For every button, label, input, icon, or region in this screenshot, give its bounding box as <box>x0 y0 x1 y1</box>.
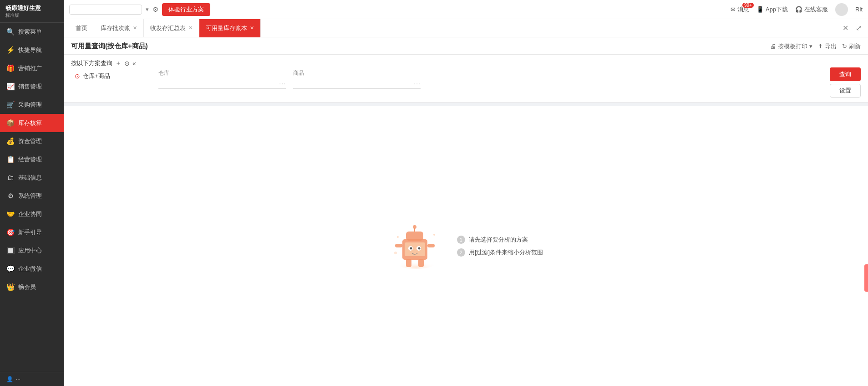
topbar-right: ✉ 消息 99+ 📱 App下载 🎧 在线客服 Rit <box>731 3 863 16</box>
tip-num-2: 2 <box>457 248 465 257</box>
goods-label: 商品 <box>293 69 421 77</box>
sidebar-label-sales: 销售管理 <box>18 82 42 91</box>
print-dropdown-icon[interactable]: ▾ <box>809 43 812 50</box>
sidebar-item-newbie[interactable]: 🎯 新手引导 <box>0 223 64 242</box>
warehouse-input[interactable] <box>158 80 277 87</box>
message-icon: ✉ <box>731 6 736 13</box>
username[interactable]: Rit <box>855 6 863 13</box>
empty-tip-1: 1 请先选择要分析的方案 <box>457 236 543 244</box>
page-header: 可用量查询(按仓库+商品) 🖨 按模板打印 ▾ ⬆ 导出 ↻ 刷新 <box>64 37 868 55</box>
goods-input[interactable] <box>293 80 412 87</box>
sidebar-label-enterprise: 企业协同 <box>18 210 42 218</box>
svg-rect-9 <box>406 259 411 267</box>
message-btn[interactable]: ✉ 消息 99+ <box>731 5 749 14</box>
topbar-search-box[interactable] <box>69 5 142 15</box>
scheme-item-warehouse-goods[interactable]: ⊙ 仓库+商品 <box>71 70 153 82</box>
export-btn[interactable]: ⬆ 导出 <box>818 42 837 51</box>
warehouse-label: 仓库 <box>158 69 286 77</box>
tab-batch-account[interactable]: 库存批次账 ✕ <box>94 19 144 37</box>
print-label: 按模板打印 <box>778 42 807 51</box>
sidebar-label-wechat: 企业微信 <box>18 265 42 273</box>
settings-btn[interactable]: 设置 <box>830 84 861 98</box>
cart-icon: 🛒 <box>6 101 15 109</box>
handshake-icon: 🤝 <box>6 210 15 218</box>
sidebar-label-search: 搜索菜单 <box>18 28 42 36</box>
sidebar-item-marketing[interactable]: 🎁 营销推广 <box>0 59 64 77</box>
svg-point-6 <box>418 247 420 250</box>
topbar-gear-btn[interactable]: ⚙ <box>152 5 158 14</box>
sidebar-item-wechat[interactable]: 💬 企业微信 <box>0 260 64 278</box>
message-badge: 99+ <box>742 3 754 8</box>
tab-available-ledger[interactable]: 可用量库存账本 ✕ <box>199 19 261 37</box>
goods-field: 商品 ··· <box>293 69 421 89</box>
sidebar-item-inventory[interactable]: 📦 库存核算 <box>0 114 64 132</box>
sidebar-bottom-label: ··· <box>16 376 20 382</box>
sidebar-item-system[interactable]: ⚙ 系统管理 <box>0 187 64 205</box>
filter-scheme-panel: 按以下方案查询 ＋ ⊙ « ⊙ 仓库+商品 <box>71 59 153 82</box>
svg-rect-11 <box>406 232 423 241</box>
tabbar-end: ✕ ⤢ <box>840 23 868 33</box>
topbar-dropdown-btn[interactable]: ▾ <box>146 6 149 13</box>
scheme-collapse-btn[interactable]: « <box>132 60 136 67</box>
svg-point-5 <box>410 247 412 250</box>
tab-home[interactable]: 首页 <box>69 19 94 37</box>
scheme-add-btn[interactable]: ＋ <box>115 59 122 67</box>
chat-icon: 💬 <box>6 265 15 273</box>
refresh-btn[interactable]: ↻ 刷新 <box>842 42 861 51</box>
sidebar-item-search[interactable]: 🔍 搜索菜单 <box>0 23 64 41</box>
svg-point-14 <box>397 236 399 238</box>
online-service-btn[interactable]: 🎧 在线客服 <box>795 5 828 14</box>
topbar: ▾ ⚙ 体验行业方案 ✉ 消息 99+ 📱 App下载 🎧 在线客服 Rit <box>64 0 868 19</box>
tabbar-close-btn[interactable]: ✕ <box>840 23 851 33</box>
sidebar-item-enterprise[interactable]: 🤝 企业协同 <box>0 205 64 223</box>
query-btn[interactable]: 查询 <box>830 67 861 81</box>
sidebar-bottom[interactable]: 👤 ··· <box>0 372 64 386</box>
right-scroll-indicator <box>864 264 868 292</box>
sidebar-item-basic[interactable]: 🗂 基础信息 <box>0 169 64 187</box>
svg-point-15 <box>433 234 435 236</box>
tab-batch-label: 库存批次账 <box>101 24 130 32</box>
lightning-icon: ⚡ <box>6 46 15 54</box>
tab-receive-close[interactable]: ✕ <box>188 26 193 31</box>
empty-tips: 1 请先选择要分析的方案 2 用[过滤]条件来缩小分析范围 <box>457 236 543 257</box>
sidebar-menu: 🔍 搜索菜单 ⚡ 快捷导航 🎁 营销推广 📈 销售管理 🛒 采购管理 📦 库存核… <box>0 23 64 372</box>
sidebar-item-purchase[interactable]: 🛒 采购管理 <box>0 96 64 114</box>
tab-batch-close[interactable]: ✕ <box>133 26 137 31</box>
warehouse-more-btn[interactable]: ··· <box>279 80 286 87</box>
tabbar: 首页 库存批次账 ✕ 收发存汇总表 ✕ 可用量库存账本 ✕ ✕ ⤢ <box>64 19 868 37</box>
print-btn[interactable]: 🖨 按模板打印 ▾ <box>770 42 812 51</box>
app-name: 畅康通好生意 <box>5 5 58 12</box>
trial-btn[interactable]: 体验行业方案 <box>162 3 210 16</box>
user-icon: 👤 <box>6 376 13 382</box>
headset-icon: 🎧 <box>795 6 802 13</box>
tab-available-close[interactable]: ✕ <box>250 26 254 31</box>
goods-more-btn[interactable]: ··· <box>414 80 421 87</box>
sidebar-label-basic: 基础信息 <box>18 174 42 182</box>
svg-rect-7 <box>395 244 402 247</box>
page-header-actions: 🖨 按模板打印 ▾ ⬆ 导出 ↻ 刷新 <box>770 42 861 51</box>
app-download-btn[interactable]: 📱 App下载 <box>756 5 788 14</box>
scheme-settings-btn[interactable]: ⊙ <box>124 60 130 67</box>
sidebar-label-appcenter: 应用中心 <box>18 247 42 255</box>
tab-receive-summary[interactable]: 收发存汇总表 ✕ <box>144 19 199 37</box>
sidebar-item-finance[interactable]: 💰 资金管理 <box>0 132 64 150</box>
apps-icon: 🔲 <box>6 247 15 255</box>
sidebar-item-member[interactable]: 👑 畅会员 <box>0 278 64 296</box>
sidebar-label-shortcut: 快捷导航 <box>18 46 42 54</box>
topbar-search-input[interactable] <box>73 6 128 13</box>
sidebar-label-finance: 资金管理 <box>18 137 42 145</box>
sidebar-item-operation[interactable]: 📋 经营管理 <box>0 150 64 169</box>
sidebar-label-newbie: 新手引导 <box>18 228 42 237</box>
filter-scheme-header: 按以下方案查询 ＋ ⊙ « <box>71 59 153 67</box>
tip-text-2: 用[过滤]条件来缩小分析范围 <box>469 248 543 257</box>
tab-receive-label: 收发存汇总表 <box>150 24 186 32</box>
sidebar-item-appcenter[interactable]: 🔲 应用中心 <box>0 242 64 260</box>
filter-actions: 查询 设置 <box>830 59 861 98</box>
print-icon: 🖨 <box>770 43 776 50</box>
tab-available-label: 可用量库存账本 <box>206 24 247 32</box>
sidebar-item-shortcut[interactable]: ⚡ 快捷导航 <box>0 41 64 59</box>
tabbar-expand-btn[interactable]: ⤢ <box>853 23 864 33</box>
service-label: 在线客服 <box>804 5 828 14</box>
sidebar-item-sales[interactable]: 📈 销售管理 <box>0 77 64 96</box>
sidebar-label-operation: 经营管理 <box>18 155 42 164</box>
